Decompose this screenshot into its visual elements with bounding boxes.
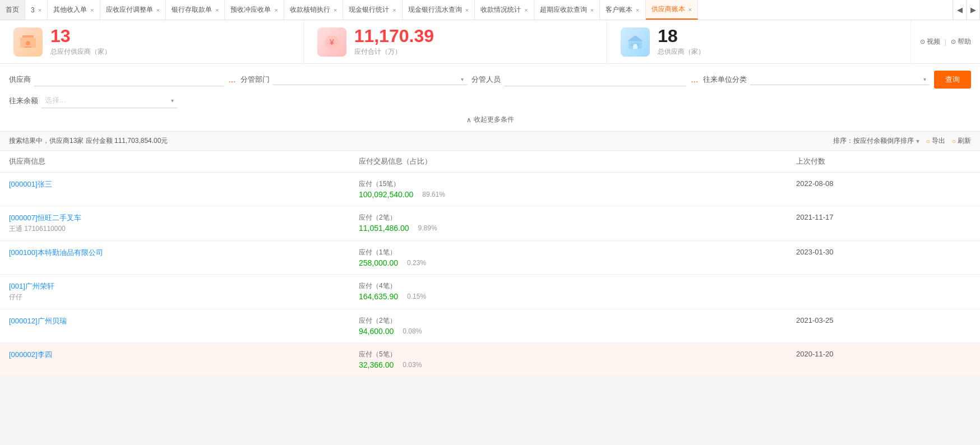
balance-chevron-icon: ▾ [171,98,174,104]
tab-home[interactable]: 首页 [0,0,25,20]
tab-supplier-ledger-close[interactable]: × [688,6,692,13]
query-button[interactable]: 查询 [934,71,971,89]
supplier-cell-4: [001]广州荣轩 仔仔 [9,281,359,302]
stat-tools: ⊙ 视频 | ⊙ 帮助 [911,20,980,63]
balance-select[interactable]: 选择... ▾ [41,93,177,108]
svg-rect-8 [633,44,637,49]
tab-home-label: 首页 [6,5,19,15]
tab-prepaid-offset[interactable]: 预收冲应收单 × [225,0,284,20]
supplier-link-5[interactable]: [000012]广州贝瑞 [9,317,67,325]
col-tx-info: 应付交易信息（占比） [359,156,796,166]
table-header: 供应商信息 应付交易信息（占比） 上次付数 [0,151,980,173]
tab-3-label: 3 [31,6,35,14]
tab-ar-ap-adjust-close[interactable]: × [156,7,160,13]
supplier-link-6[interactable]: [000002]李四 [9,350,52,359]
nav-arrows: ◀ ▶ [953,0,980,20]
tab-cash-bank-flow-close[interactable]: × [465,7,469,13]
tab-other-income-close[interactable]: × [90,7,94,13]
tab-3-close[interactable]: × [38,7,41,13]
tx-percent-1: 89.61% [422,191,445,198]
tab-payment-exec-close[interactable]: × [334,7,337,13]
last-pay-cell-3: 2023-01-30 [796,248,971,256]
tx-row-6: 32,366.00 0.03% [359,360,796,369]
tab-bank-deposit[interactable]: 银行存取款单 × [166,0,225,20]
stat-payable-suppliers: 13 总应付供应商（家） [0,20,304,63]
tab-cash-bank-flow[interactable]: 现金银行流水查询 × [403,0,475,20]
payable-suppliers-info: 13 总应付供应商（家） [50,27,111,57]
table-row: [001]广州荣轩 仔仔 应付（4笔） 164,635.90 0.15% [0,275,980,309]
tab-overdue-ar[interactable]: 超期应收款查询 × [534,0,600,20]
tab-payment-exec[interactable]: 收款核销执行 × [284,0,343,20]
tab-other-income[interactable]: 其他收入单 × [48,0,100,20]
total-suppliers-info: 18 总供应商（家） [658,27,705,57]
top-navigation: 首页 3 × 其他收入单 × 应收应付调整单 × 银行存取款单 × 预收冲应收单… [0,0,980,20]
video-link[interactable]: ⊙ 视频 [920,37,940,47]
tab-customer-ledger[interactable]: 客户账本 × [600,0,645,20]
filter-balance: 往来余额 选择... ▾ [9,93,177,108]
tx-percent-3: 0.23% [407,259,426,267]
payable-amount-info: 11,170.39 应付合计（万） [354,27,434,57]
tx-amount-2[interactable]: 11,051,486.00 [359,224,409,233]
result-summary: 搜索结果中，供应商13家 应付金额 111,703,854.00元 排序：按应付… [0,132,980,151]
tx-amount-3[interactable]: 258,000.00 [359,258,398,267]
supplier-input[interactable] [34,73,224,86]
supplier-cell-1: [000001]张三 [9,179,359,189]
tx-amount-4[interactable]: 164,635.90 [359,292,398,301]
last-pay-cell-1: 2022-08-08 [796,179,971,188]
tx-percent-2: 9.89% [418,224,437,232]
tab-prepaid-offset-close[interactable]: × [274,7,278,13]
tab-customer-ledger-close[interactable]: × [636,7,639,13]
supplier-link-2[interactable]: [000007]恒旺二手叉车 [9,214,81,222]
tx-cell-2: 应付（2笔） 11,051,486.00 9.89% [359,213,796,233]
tx-amount-5[interactable]: 94,600.00 [359,327,394,336]
tab-cash-bank-stat[interactable]: 现金银行统计 × [343,0,402,20]
person-dots[interactable]: ... [691,75,698,85]
supplier-cell-5: [000012]广州贝瑞 [9,316,359,326]
dept-chevron-icon: ▾ [461,76,464,82]
tab-overdue-ar-close[interactable]: × [590,7,594,13]
last-pay-1: 2022-08-08 [796,179,834,188]
tx-amount-6[interactable]: 32,366.00 [359,360,394,369]
category-select[interactable]: ▾ [750,74,930,85]
export-button[interactable]: ○ 导出 [926,136,945,146]
tx-cell-6: 应付（5笔） 32,366.00 0.03% [359,350,796,369]
tab-customer-ledger-label: 客户账本 [605,5,632,15]
collapse-icon: ∧ [466,116,471,124]
supplier-dots[interactable]: ... [228,75,235,85]
last-pay-2: 2021-11-17 [796,213,834,221]
tab-supplier-ledger[interactable]: 供应商账本 × [646,0,698,20]
tx-percent-5: 0.08% [403,327,422,335]
supplier-cell-6: [000002]李四 [9,350,359,360]
tab-other-income-label: 其他收入单 [53,5,87,15]
person-input[interactable] [504,73,686,86]
result-text: 搜索结果中，供应商13家 应付金额 111,703,854.00元 [9,136,168,146]
tx-label-6: 应付（5笔） [359,350,796,359]
svg-rect-9 [631,43,634,46]
category-chevron-icon: ▾ [923,76,926,82]
filter-section: 供应商 ... 分管部门 ▾ 分管人员 ... 往来单位分类 ▾ 查询 往来 [0,64,980,132]
category-label: 往来单位分类 [703,75,747,85]
tx-label-2: 应付（2笔） [359,213,796,222]
nav-left-arrow[interactable]: ◀ [953,0,967,20]
dept-select[interactable]: ▾ [273,74,468,85]
tx-label-5: 应付（2笔） [359,316,796,326]
sort-selector[interactable]: 排序：按应付余额倒序排序 ▾ [833,136,919,146]
tab-payment-stat[interactable]: 收款情况统计 × [475,0,534,20]
tab-payment-stat-close[interactable]: × [524,7,528,13]
tx-amount-1[interactable]: 100,092,540.00 [359,190,413,199]
help-link[interactable]: ⊙ 帮助 [951,37,971,47]
refresh-button[interactable]: ○ 刷新 [952,136,971,146]
svg-point-2 [26,41,30,45]
nav-right-arrow[interactable]: ▶ [967,0,980,20]
tab-3[interactable]: 3 × [25,0,48,20]
tab-prepaid-offset-label: 预收冲应收单 [230,5,271,15]
total-suppliers-label: 总供应商（家） [658,47,705,57]
supplier-link-3[interactable]: [000100]本特勤油品有限公司 [9,248,103,257]
collapse-button[interactable]: ∧ 收起更多条件 [9,113,971,127]
supplier-link-1[interactable]: [000001]张三 [9,180,52,188]
supplier-link-4[interactable]: [001]广州荣轩 [9,282,54,290]
tab-ar-ap-adjust[interactable]: 应收应付调整单 × [100,0,166,20]
tab-bank-deposit-close[interactable]: × [215,7,219,13]
tab-cash-bank-stat-close[interactable]: × [392,7,396,13]
filter-category: 往来单位分类 ▾ [703,74,930,85]
